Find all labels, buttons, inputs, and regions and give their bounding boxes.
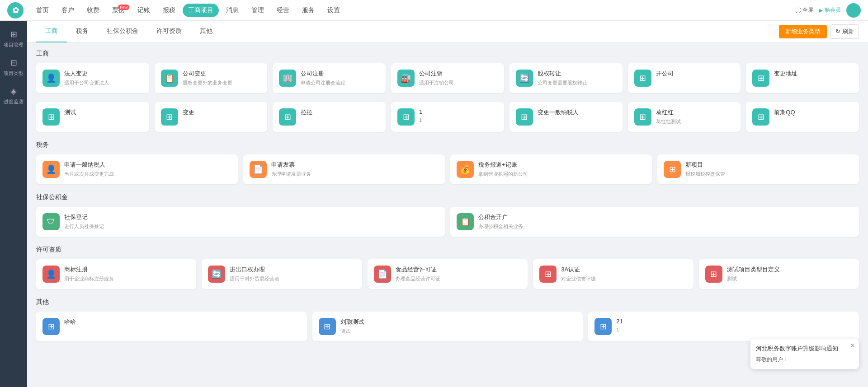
new-type-button[interactable]: 新增业务类型 (779, 25, 827, 38)
card-name-open-company: 开公司 (656, 70, 735, 78)
refresh-label: 刷新 (842, 28, 854, 36)
card-icon-3a-cert: ⊞ (539, 266, 557, 283)
card-food-license[interactable]: 📄 食品经营许可证 办理食品经营许可证 (368, 259, 528, 289)
nav-industry[interactable]: 工商项目 (183, 4, 219, 17)
card-equity-transfer[interactable]: 🔄 股权转让 公司变更需要股权转让 (509, 63, 623, 93)
tab-gongshang[interactable]: 工商 (36, 21, 67, 42)
tabs-bar: 工商 税务 社保公积金 许可资质 其他 新增业务类型 ↻ 刷新 (27, 21, 868, 42)
sidebar-item-progress-monitor[interactable]: ◈ 进度监测 (0, 81, 27, 110)
new-badge: new (118, 5, 129, 10)
card-name-legal-change: 法人变更 (64, 70, 143, 78)
card-qianqi-qq[interactable]: ⊞ 前期QQ (746, 102, 859, 132)
nav-tax[interactable]: 报税 (157, 4, 181, 17)
card-desc-ge-honghong: 葛红红测试 (656, 118, 735, 125)
card-21[interactable]: ⊞ 21 1 (588, 312, 859, 341)
nav-ticket[interactable]: 票据 new (107, 4, 130, 17)
sidebar-item-project-management[interactable]: ⊞ 项目管理 (0, 24, 27, 53)
nav-manage[interactable]: 管理 (246, 4, 269, 17)
card-desc-tax-bookkeeping: 拿到营业执照的新公司 (478, 171, 646, 177)
card-tax-bookkeeping[interactable]: 💰 税务报道+记账 拿到营业执照的新公司 (450, 154, 652, 184)
card-3a-cert[interactable]: ⊞ 3A认证 对企业信誉评级 (533, 259, 693, 289)
card-1[interactable]: ⊞ 1 1 (391, 102, 504, 132)
card-change-taxpayer[interactable]: ⊞ 变更一般纳税人 (509, 102, 623, 132)
card-icon-provident-fund: 📋 (457, 213, 474, 230)
card-company-register[interactable]: 🏢 公司注册 申请公司注册全流程 (273, 63, 386, 93)
card-name-lala: 拉拉 (301, 108, 379, 117)
card-info-company-change: 公司变更 股权变更外的业务变更 (183, 70, 261, 86)
notif-close-button[interactable]: ✕ (850, 342, 855, 349)
card-apply-taxpayer[interactable]: 👤 申请一般纳税人 当月或次月成变更完成 (36, 154, 238, 184)
card-info-test: 测试 (64, 108, 143, 118)
user-avatar[interactable] (846, 3, 861, 18)
card-info-qianqi-qq: 前期QQ (774, 108, 853, 118)
card-icon-change2: ⊞ (161, 108, 178, 126)
nav-bookkeeping[interactable]: 记账 (132, 4, 156, 17)
member-button[interactable]: ▶ 畅会员 (819, 6, 841, 14)
card-name-equity-transfer: 股权转让 (538, 70, 616, 78)
shebao-card-grid: 🛡 社保登记 进行人员社保登记 📋 公积金开户 办理公积金相关业务 (36, 207, 859, 237)
card-company-cancel[interactable]: 🏭 公司注销 适用于注销公司 (391, 63, 504, 93)
section-title-gongshang: 工商 (36, 50, 859, 58)
card-liucong-test[interactable]: ⊞ 刘聪测试 测试 (312, 312, 583, 341)
card-info-provident-fund: 公积金开户 办理公积金相关业务 (478, 213, 853, 230)
card-desc-equity-transfer: 公司变更需要股权转让 (538, 79, 616, 86)
card-icon-test: ⊞ (42, 108, 60, 126)
card-change2[interactable]: ⊞ 变更 (155, 102, 268, 132)
nav-fee[interactable]: 收费 (81, 4, 105, 17)
card-icon-ge-hongong: ⊞ (634, 108, 651, 126)
nav-customer[interactable]: 客户 (56, 4, 80, 17)
sidebar-item-project-type[interactable]: ⊟ 项目类型 (0, 53, 27, 81)
play-icon: ▶ (819, 7, 823, 14)
sidebar-label-progress-monitor: 进度监测 (4, 98, 24, 105)
card-apply-invoice[interactable]: 📄 申请发票 办理申请发票业务 (243, 154, 445, 184)
card-icon-change-taxpayer: ⊞ (516, 108, 533, 126)
logo[interactable]: ✿ (7, 2, 24, 19)
nav-home[interactable]: 首页 (31, 4, 54, 17)
tab-shuiwu[interactable]: 税务 (67, 21, 98, 42)
card-trademark[interactable]: 👤 商标注册 用于企业商标注册服务 (36, 259, 196, 289)
main-content: 工商 税务 社保公积金 许可资质 其他 新增业务类型 ↻ 刷新 工商 👤 法人变… (27, 21, 868, 387)
card-desc-social-register: 进行人员社保登记 (64, 223, 439, 230)
tab-other[interactable]: 其他 (191, 21, 222, 42)
fullscreen-button[interactable]: ⛶ 全屏 (795, 6, 813, 14)
nav-message[interactable]: 消息 (221, 4, 244, 17)
nav-settings[interactable]: 设置 (322, 4, 345, 17)
card-icon-social-register: 🛡 (42, 213, 60, 230)
card-provident-fund[interactable]: 📋 公积金开户 办理公积金相关业务 (450, 207, 859, 237)
card-company-change[interactable]: 📋 公司变更 股权变更外的业务变更 (155, 63, 268, 93)
nav-service[interactable]: 服务 (297, 4, 320, 17)
section-shebao: 社保公积金 🛡 社保登记 进行人员社保登记 📋 公积金开户 办理公积金相关业务 (36, 193, 859, 237)
section-shuiwu: 税务 👤 申请一般纳税人 当月或次月成变更完成 📄 申请发票 办理申请发票业务 (36, 141, 859, 184)
card-name-qianqi-qq: 前期QQ (774, 108, 853, 117)
card-icon-food-license: 📄 (374, 266, 391, 283)
content-area: 工商 👤 法人变更 适用于公司变更法人 📋 公司变更 股权变更外的业务变更 (27, 42, 868, 358)
card-info-liucong-test: 刘聪测试 测试 (340, 318, 577, 335)
section-title-shebao: 社保公积金 (36, 193, 859, 201)
card-new-project[interactable]: ⊞ 新项目 报税加税控盘保管 (657, 154, 859, 184)
top-nav: ✿ 首页 客户 收费 票据 new 记账 报税 工商项目 消息 管理 经营 服务… (0, 0, 868, 21)
card-legal-change[interactable]: 👤 法人变更 适用于公司变更法人 (36, 63, 149, 93)
tab-xuke[interactable]: 许可资质 (147, 21, 191, 42)
sidebar-label-project-management: 项目管理 (4, 42, 24, 48)
card-icon-apply-invoice: 📄 (250, 161, 267, 178)
card-change-address[interactable]: ⊞ 变更地址 (746, 63, 859, 93)
card-desc-trademark: 用于企业商标注册服务 (64, 275, 190, 282)
card-test-type[interactable]: ⊞ 测试项目类型目定义 测试 (699, 259, 859, 289)
card-open-company[interactable]: ⊞ 开公司 (628, 63, 741, 93)
tab-shebao[interactable]: 社保公积金 (98, 21, 147, 42)
card-desc-import-export: 适用于对外贸易经营者 (230, 275, 355, 282)
card-name-3a-cert: 3A认证 (561, 266, 687, 274)
card-name-1: 1 (419, 108, 498, 115)
nav-operation[interactable]: 经营 (271, 4, 295, 17)
card-name-change2: 变更 (183, 108, 261, 117)
card-social-register[interactable]: 🛡 社保登记 进行人员社保登记 (36, 207, 445, 237)
card-import-export[interactable]: 🔄 进出口权办理 适用于对外贸易经营者 (202, 259, 362, 289)
refresh-button[interactable]: ↻ 刷新 (830, 24, 859, 39)
card-test[interactable]: ⊞ 测试 (36, 102, 149, 132)
section-title-xuke: 许可资质 (36, 246, 859, 254)
card-lala[interactable]: ⊞ 拉拉 (273, 102, 386, 132)
card-ge-honghong[interactable]: ⊞ 葛红红 葛红红测试 (628, 102, 741, 132)
card-icon-new-project: ⊞ (664, 161, 681, 178)
card-haha[interactable]: ⊞ 哈哈 (36, 312, 307, 341)
other-card-grid: ⊞ 哈哈 ⊞ 刘聪测试 测试 ⊞ 21 (36, 312, 859, 341)
